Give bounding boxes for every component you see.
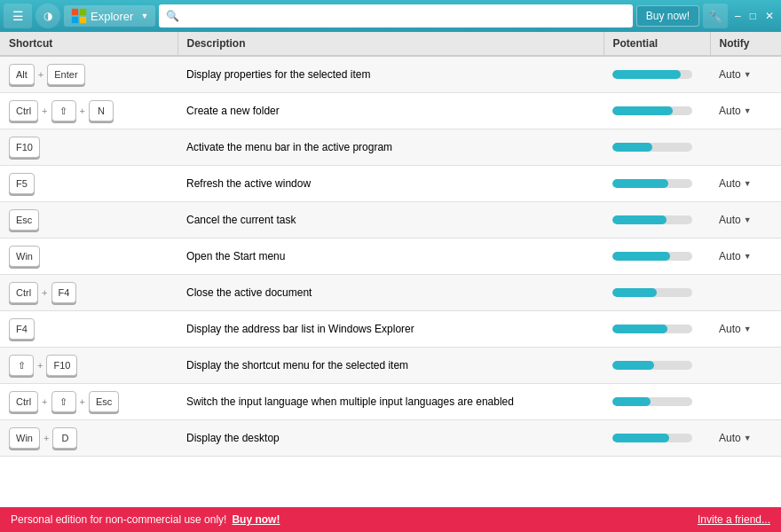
description-cell: Display the shortcut menu for the select… (178, 348, 604, 384)
notify-cell (710, 129, 781, 166)
potential-bar-fill (612, 106, 673, 115)
header-potential: Potential (604, 32, 710, 56)
key-badge: Esc (9, 209, 39, 231)
key-plus-separator: + (37, 69, 44, 80)
bottom-bar: Personal edition for non-commercial use … (0, 507, 781, 532)
description-cell: Create a new folder (178, 93, 604, 129)
potential-cell (604, 348, 710, 384)
notify-dropdown[interactable]: Auto▼ (719, 68, 772, 81)
key-badge: ⇧ (51, 391, 76, 412)
buynow-header-button[interactable]: Buy now! (636, 5, 699, 27)
description-cell: Display the desktop (178, 420, 604, 457)
keys-container: Esc (9, 209, 169, 231)
notify-dropdown[interactable]: Auto▼ (719, 250, 772, 262)
key-plus-separator: + (36, 360, 43, 371)
maximize-button[interactable]: □ (746, 8, 760, 24)
key-badge: ⇧ (51, 100, 76, 121)
potential-cell (604, 239, 710, 275)
notify-dropdown[interactable]: Auto▼ (719, 323, 772, 335)
shortcut-keys-cell: ⇧+F10 (0, 348, 178, 384)
search-input[interactable] (159, 4, 632, 27)
bottom-notice-text: Personal edition for non-commercial use … (11, 513, 226, 526)
potential-bar-bg (612, 325, 692, 333)
notify-dropdown-arrow-icon: ▼ (744, 179, 752, 188)
svg-rect-0 (72, 9, 78, 15)
potential-cell (604, 129, 710, 166)
potential-cell (604, 275, 710, 311)
invite-friend-link[interactable]: Invite a friend... (698, 513, 770, 526)
keys-container: ⇧+F10 (9, 355, 169, 376)
table-row: ⇧+F10Display the shortcut menu for the s… (0, 348, 781, 384)
table-row: Ctrl+F4Close the active document (0, 275, 781, 311)
key-badge: ⇧ (9, 355, 34, 376)
shortcut-keys-cell: Alt+Enter (0, 56, 178, 93)
table-row: F5Refresh the active windowAuto▼ (0, 166, 781, 202)
description-cell: Activate the menu bar in the active prog… (178, 129, 604, 166)
settings-button[interactable]: 🔧 (703, 4, 728, 28)
notify-dropdown[interactable]: Auto▼ (719, 177, 772, 190)
potential-bar-fill (612, 397, 651, 406)
potential-bar-bg (612, 215, 692, 224)
table-row: EscCancel the current taskAuto▼ (0, 202, 781, 239)
potential-bar-fill (612, 179, 668, 188)
app-selector[interactable]: Explorer ▼ (64, 5, 155, 27)
keys-container: Ctrl+F4 (9, 282, 169, 303)
key-badge: Win (9, 246, 40, 267)
key-badge: F4 (51, 282, 77, 303)
potential-cell (604, 166, 710, 202)
notify-value: Auto (719, 105, 741, 117)
notify-dropdown[interactable]: Auto▼ (719, 105, 772, 117)
notify-dropdown[interactable]: Auto▼ (719, 214, 772, 226)
table-header-row: Shortcut Description Potential Notify (0, 32, 781, 56)
key-plus-separator: + (43, 433, 50, 443)
table-row: F10Activate the menu bar in the active p… (0, 129, 781, 166)
shortcuts-table: Shortcut Description Potential Notify Al… (0, 32, 781, 457)
notify-cell: Auto▼ (710, 202, 781, 239)
table-row: F4Display the address bar list in Window… (0, 311, 781, 348)
potential-cell (604, 202, 710, 239)
potential-bar-fill (612, 215, 667, 224)
description-cell: Cancel the current task (178, 202, 604, 239)
key-badge: Ctrl (9, 100, 38, 121)
app-dropdown-arrow-icon: ▼ (140, 12, 148, 20)
header-description: Description (178, 32, 604, 56)
notify-cell (710, 384, 781, 420)
potential-bar-bg (612, 106, 692, 115)
close-button[interactable]: ✕ (761, 8, 777, 24)
svg-rect-1 (80, 9, 86, 15)
potential-cell (604, 93, 710, 129)
theme-button[interactable]: ◑ (36, 4, 60, 28)
potential-bar-fill (612, 434, 669, 442)
key-badge: Esc (89, 391, 119, 412)
notify-dropdown[interactable]: Auto▼ (719, 432, 772, 444)
shortcut-keys-cell: F4 (0, 311, 178, 348)
wrench-icon: 🔧 (708, 10, 722, 23)
key-badge: F10 (46, 355, 77, 376)
bottom-bar-notice: Personal edition for non-commercial use … (11, 513, 280, 526)
notify-cell: Auto▼ (710, 166, 781, 202)
shortcut-keys-cell: F5 (0, 166, 178, 202)
potential-bar-bg (612, 143, 692, 152)
potential-bar-fill (612, 288, 657, 297)
notify-value: Auto (719, 177, 741, 190)
table-row: WinOpen the Start menuAuto▼ (0, 239, 781, 275)
key-badge: F5 (9, 173, 35, 194)
menu-icon: ☰ (12, 9, 24, 23)
potential-bar-bg (612, 288, 692, 297)
key-badge: Ctrl (9, 391, 38, 412)
description-cell: Close the active document (178, 275, 604, 311)
key-plus-separator: + (41, 287, 48, 298)
shortcut-keys-cell: Ctrl+F4 (0, 275, 178, 311)
notify-dropdown-arrow-icon: ▼ (744, 434, 752, 442)
table-row: Alt+EnterDisplay properties for the sele… (0, 56, 781, 93)
bottom-buynow-link[interactable]: Buy now! (232, 513, 280, 526)
keys-container: Ctrl+⇧+N (9, 100, 169, 121)
notify-dropdown-arrow-icon: ▼ (744, 70, 752, 79)
key-plus-separator: + (79, 396, 86, 407)
key-badge: Enter (47, 64, 84, 85)
potential-cell (604, 384, 710, 420)
minimize-button[interactable]: – (731, 8, 745, 24)
menu-button[interactable]: ☰ (4, 4, 32, 28)
notify-value: Auto (719, 432, 741, 444)
notify-cell: Auto▼ (710, 420, 781, 457)
